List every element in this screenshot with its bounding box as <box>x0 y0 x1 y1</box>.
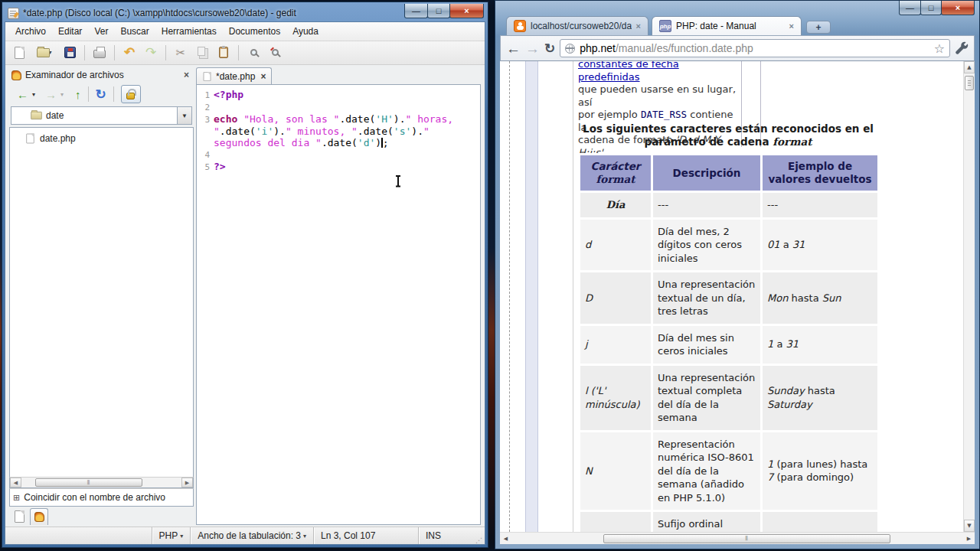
menu-herramientas[interactable]: Herramientas <box>156 24 222 38</box>
document-tab[interactable]: *date.php × <box>196 67 272 84</box>
panel-horizontal-scrollbar[interactable]: ◀ ▶ <box>9 477 194 488</box>
paste-button[interactable] <box>214 44 233 61</box>
text-editor[interactable]: 1<?php23echo "Hola, son las ".date('H').… <box>196 84 481 525</box>
note-text: DATE_RSS <box>641 109 687 120</box>
cut-button[interactable]: ✂ <box>172 44 190 61</box>
url-text[interactable]: php.net/manual/es/function.date.php <box>580 42 929 54</box>
refresh-button[interactable]: ↻ <box>96 88 106 101</box>
back-dropdown-arrow[interactable]: ▾ <box>31 91 37 98</box>
match-filename-row[interactable]: ⊞ Coincidir con el nombre de archivo <box>9 488 194 507</box>
predefined-constants-link[interactable]: constantes de fecha predefinidas <box>578 61 679 83</box>
cell-descripcion: Día del mes sin ceros iniciales <box>653 326 760 364</box>
search-replace-button[interactable] <box>266 44 284 61</box>
maximize-button[interactable]: □ <box>427 4 450 18</box>
cell-ejemplo: Mon hasta Sun <box>763 272 877 324</box>
location-combobox[interactable]: date ▼ <box>11 106 192 125</box>
url-host: php.net <box>580 42 616 54</box>
back-button[interactable]: ← <box>17 89 28 100</box>
forward-dropdown-arrow[interactable]: ▾ <box>59 91 65 98</box>
tab-title: localhost/cursoweb20/date <box>531 21 632 31</box>
tab-php-manual[interactable]: php PHP: date - Manual × <box>652 16 802 35</box>
code-text: ".date('i')." minutos, ".date('s')." <box>214 126 430 137</box>
back-button[interactable]: ← <box>506 41 521 56</box>
copy-button[interactable] <box>193 44 211 61</box>
scroll-right-arrow[interactable]: ▶ <box>181 478 193 487</box>
menu-documentos[interactable]: Documentos <box>224 24 286 38</box>
tab-width-dropdown-arrow: ▾ <box>303 533 306 540</box>
cursor-position-value: Ln 3, Col 107 <box>321 530 375 541</box>
scrollbar-thumb[interactable] <box>603 534 890 543</box>
close-button[interactable]: × <box>941 1 975 15</box>
note-line: constantes de fecha predefinidas <box>578 61 743 83</box>
print-button[interactable] <box>90 44 109 61</box>
lock-root-button[interactable] <box>121 85 141 103</box>
scroll-right-arrow[interactable]: ▶ <box>963 533 975 544</box>
documents-panel-tab[interactable] <box>10 508 28 525</box>
menu-buscar[interactable]: Buscar <box>115 24 154 38</box>
chrome-tabbar: localhost/cursoweb20/date × php PHP: dat… <box>500 15 975 35</box>
vertical-scrollbar[interactable]: ▲ ▼ <box>963 61 975 532</box>
bookmark-star-icon[interactable]: ☆ <box>934 41 945 56</box>
tab-localhost[interactable]: localhost/cursoweb20/date × <box>506 16 648 35</box>
chrome-toolbar: ← → ↻ php.net/manual/es/function.date.ph… <box>500 35 975 61</box>
scroll-left-arrow[interactable]: ◀ <box>10 478 21 487</box>
tab-close-icon[interactable]: × <box>636 21 641 31</box>
redo-button[interactable]: ↷ <box>142 44 160 61</box>
gedit-window-title: *date.php (Disco local (C:) \xampp\htdoc… <box>23 8 296 18</box>
minimize-button[interactable]: — <box>404 4 428 18</box>
maximize-button[interactable]: □ <box>920 1 942 15</box>
forward-button[interactable]: → <box>45 89 57 100</box>
code-token <box>237 113 243 125</box>
gedit-toolbar: ▾ ↶ ↷ ✂ <box>5 41 485 65</box>
menu-editar[interactable]: Editar <box>53 24 87 38</box>
horizontal-scrollbar[interactable]: ◀ ▶ <box>500 532 975 544</box>
file-browser-panel-tab[interactable] <box>30 508 48 525</box>
scroll-down-arrow[interactable]: ▼ <box>964 520 975 532</box>
cell-descripcion: Día del mes, 2 dígitos con ceros inicial… <box>653 220 760 271</box>
undo-button[interactable]: ↶ <box>120 44 139 61</box>
search-button[interactable] <box>244 44 263 61</box>
language-selector[interactable]: PHP▾ <box>152 527 191 544</box>
save-button[interactable] <box>60 44 79 61</box>
table-caption: Los siguientes caracteres están reconoci… <box>578 122 878 148</box>
open-folder-icon <box>37 48 50 57</box>
header-caracter: Carácterformat <box>580 155 651 191</box>
cell-descripcion: Representación numérica ISO-8601 del día… <box>653 432 760 510</box>
tab-width-selector[interactable]: Ancho de la tabulación: 3▾ <box>190 527 313 544</box>
scroll-left-arrow[interactable]: ◀ <box>500 533 511 544</box>
wrench-menu-icon[interactable] <box>955 41 969 55</box>
new-tab-button[interactable]: + <box>806 21 831 34</box>
menu-ver[interactable]: Ver <box>89 24 113 38</box>
folder-icon <box>31 112 41 119</box>
scroll-up-arrow[interactable]: ▲ <box>964 61 975 73</box>
tab-close-icon[interactable]: × <box>789 21 794 31</box>
panel-close-icon[interactable]: × <box>181 70 191 80</box>
file-list-item[interactable]: date.php <box>10 131 193 146</box>
undo-icon: ↶ <box>124 46 135 59</box>
scrollbar-thumb[interactable] <box>965 76 974 90</box>
address-bar[interactable]: php.net/manual/es/function.date.php ☆ <box>560 39 950 57</box>
expander-icon[interactable]: ⊞ <box>13 493 20 503</box>
toolbar-separator <box>238 45 239 60</box>
new-document-button[interactable] <box>10 44 28 61</box>
gedit-statusbar: PHP▾ Ancho de la tabulación: 3▾ Ln 3, Co… <box>5 527 485 544</box>
minimize-button[interactable]: — <box>899 1 921 15</box>
location-dropdown-button[interactable]: ▼ <box>177 107 191 124</box>
document-tabbar: *date.php × <box>196 67 481 84</box>
scrollbar-thumb[interactable] <box>35 478 142 487</box>
code-line: 5?> <box>197 161 480 173</box>
gedit-titlebar[interactable]: *date.php (Disco local (C:) \xampp\htdoc… <box>5 5 485 21</box>
reload-button[interactable]: ↻ <box>544 41 555 57</box>
menu-ayuda[interactable]: Ayuda <box>287 24 324 38</box>
caption-text: format <box>773 135 812 148</box>
up-button[interactable]: ↑ <box>75 89 81 100</box>
toolbar-separator <box>165 45 166 60</box>
resize-grip[interactable]: ⋰ <box>475 536 485 544</box>
tab-close-icon[interactable]: × <box>260 71 266 82</box>
file-browser-panel: Examinador de archivos × ← ▾ → ▾ ↑ ↻ <box>9 67 194 525</box>
line-number: 4 <box>197 148 214 161</box>
open-button[interactable]: ▾ <box>31 44 57 61</box>
menu-archivo[interactable]: Archivo <box>10 24 51 38</box>
close-button[interactable]: × <box>449 4 484 18</box>
forward-button[interactable]: → <box>525 41 540 56</box>
